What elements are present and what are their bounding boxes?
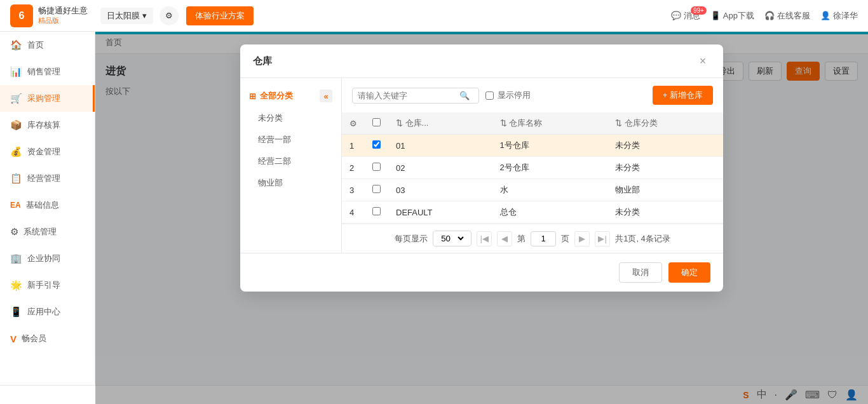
last-page-button[interactable]: ▶| [595,231,610,246]
row-checkbox[interactable] [372,140,381,149]
table-row[interactable]: 3 03 水 物业部 [342,179,723,201]
message-icon: 💬 [671,11,681,20]
sidebar-item-vip[interactable]: V 畅会员 [0,325,95,352]
row-index: 4 [342,201,365,224]
row-checkbox-cell [365,157,388,179]
vip-icon: V [10,333,17,344]
th-checkbox [365,112,388,135]
table-area: 🔍 显示停用 + 新增仓库 [342,78,723,253]
sidebar-item-system[interactable]: ⚙ 系统管理 [0,219,95,245]
row-index: 3 [342,179,365,201]
prev-page-button[interactable]: ◀ [497,231,512,246]
online-service-button[interactable]: 🎧 在线客服 [764,10,810,22]
sidebar-label-basic-info: 基础信息 [26,199,59,211]
th-category: ⇅ 仓库分类 [607,112,723,135]
page-suffix: 页 [561,233,569,245]
modal-overlay: 仓库 × ⊞ 全部分类 « 未分类 [95,32,868,404]
all-categories-button[interactable]: ⊞ 全部分类 « [240,84,341,107]
chevron-down-icon: ▾ [142,11,147,20]
sidebar-item-sales[interactable]: 📊 销售管理 [0,58,95,85]
search-input-wrap: 🔍 [352,88,479,104]
category-item-unclassified[interactable]: 未分类 [240,107,341,129]
sidebar-label-finance: 资金管理 [27,146,60,158]
select-all-checkbox[interactable] [372,118,381,126]
basic-info-icon: EA [10,201,21,210]
collapse-button[interactable]: « [320,90,332,102]
row-checkbox[interactable] [372,163,381,171]
next-page-button[interactable]: ▶ [574,231,590,246]
gear-button[interactable]: ⚙ [159,6,179,25]
main-layout: 🏠 首页 📊 销售管理 🛒 采购管理 📦 库存核算 💰 资金管理 📋 经营管理 … [0,32,868,404]
table-row[interactable]: 2 02 2号仓库 未分类 [342,157,723,179]
phone-icon: 📱 [710,11,721,20]
first-page-button[interactable]: |◀ [477,231,492,246]
header-right: 💬 消息 99+ 📱 App下载 🎧 在线客服 👤 徐泽华 [671,10,858,22]
store-name: 日太阳膜 [107,10,140,22]
enterprise-icon: 🏢 [10,253,22,264]
sidebar: 🏠 首页 📊 销售管理 🛒 采购管理 📦 库存核算 💰 资金管理 📋 经营管理 … [0,32,95,404]
sidebar-item-operations[interactable]: 📋 经营管理 [0,165,95,192]
per-page-select[interactable]: 10 20 50 100 [438,233,466,244]
sidebar-label-vip: 畅会员 [22,333,46,344]
sidebar-item-enterprise[interactable]: 🏢 企业协同 [0,245,95,272]
row-index: 1 [342,135,365,157]
sidebar-item-inventory[interactable]: 📦 库存核算 [0,112,95,138]
total-info: 共1页, 4条记录 [615,233,670,245]
modal-header: 仓库 × [240,44,723,78]
row-name: 总仓 [492,201,608,224]
row-category: 物业部 [607,179,723,201]
category-sidebar: ⊞ 全部分类 « 未分类 经营一部 经营二部 物业部 [240,78,342,253]
row-code: 02 [388,157,492,179]
row-checkbox[interactable] [372,207,381,215]
home-icon: 🏠 [10,39,22,51]
top-header: 6 畅捷通好生意 精品版 日太阳膜 ▾ ⚙ 体验行业方案 💬 消息 99+ 📱 … [0,0,868,32]
sidebar-label-enterprise: 企业协同 [27,253,60,264]
gear-icon: ⚙ [165,11,173,20]
store-selector[interactable]: 日太阳膜 ▾ [100,8,153,24]
page-number-input[interactable] [531,231,556,246]
row-checkbox[interactable] [372,185,381,193]
per-page-label: 每页显示 [395,233,428,245]
message-button[interactable]: 💬 消息 99+ [671,10,700,22]
app-center-icon: 📱 [10,306,22,318]
sort-icon: ⇅ [396,118,403,128]
sidebar-item-app-center[interactable]: 📱 应用中心 [0,299,95,325]
confirm-button[interactable]: 确定 [668,262,710,283]
category-item-dept2[interactable]: 经营二部 [240,151,341,172]
row-code: DEFAULT [388,201,492,224]
sidebar-item-purchase[interactable]: 🛒 采购管理 [0,85,95,112]
sidebar-item-guide[interactable]: 🌟 新手引导 [0,272,95,299]
show-disabled-checkbox[interactable] [485,91,494,100]
row-category: 未分类 [607,157,723,179]
modal-close-button[interactable]: × [695,53,710,69]
sidebar-item-basic-info[interactable]: EA 基础信息 [0,192,95,219]
warehouse-modal: 仓库 × ⊞ 全部分类 « 未分类 [240,44,723,292]
table-row[interactable]: 1 01 1号仓库 未分类 [342,135,723,157]
category-item-property[interactable]: 物业部 [240,172,341,194]
row-category: 未分类 [607,135,723,157]
user-menu-button[interactable]: 👤 徐泽华 [820,10,858,22]
sidebar-item-finance[interactable]: 💰 资金管理 [0,138,95,165]
operations-icon: 📋 [10,173,22,184]
trial-button[interactable]: 体验行业方案 [186,6,254,25]
sidebar-label-inventory: 库存核算 [27,119,60,131]
sidebar-item-home[interactable]: 🏠 首页 [0,32,95,58]
headset-icon: 🎧 [764,11,775,20]
data-table: ⚙ ⇅ 仓库... [342,112,723,224]
add-warehouse-button[interactable]: + 新增仓库 [653,86,713,105]
logo-area: 6 畅捷通好生意 精品版 [10,4,88,27]
table-toolbar: 🔍 显示停用 + 新增仓库 [342,78,723,112]
table-row[interactable]: 4 DEFAULT 总仓 未分类 [342,201,723,224]
logo-text: 畅捷通好生意 精品版 [38,6,88,26]
search-icon[interactable]: 🔍 [459,91,470,100]
user-avatar-icon: 👤 [820,11,831,20]
sort-cat-icon: ⇅ [615,118,622,128]
cancel-button[interactable]: 取消 [619,262,662,283]
search-input[interactable] [358,91,459,100]
category-item-dept1[interactable]: 经营一部 [240,129,341,151]
row-category: 未分类 [607,201,723,224]
app-download-button[interactable]: 📱 App下载 [710,10,754,22]
row-checkbox-cell [365,135,388,157]
all-categories-label: 全部分类 [260,90,293,102]
th-code: ⇅ 仓库... [388,112,492,135]
